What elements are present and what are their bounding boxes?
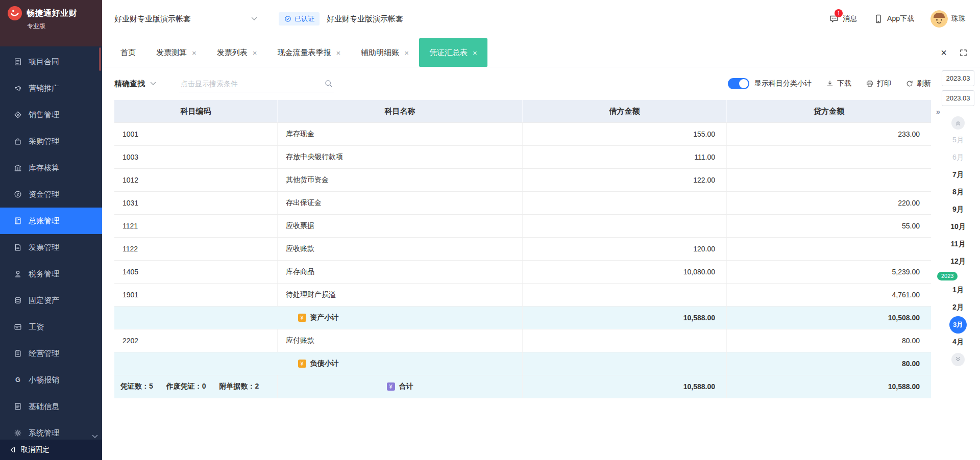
sidebar-item-funds[interactable]: 资金管理	[0, 181, 102, 208]
cell-credit-amount	[727, 238, 931, 260]
tab-close-icon[interactable]: ×	[473, 49, 477, 57]
table-row[interactable]: 1012其他货币资金122.00	[114, 169, 931, 192]
month-item[interactable]: 8月	[938, 184, 978, 201]
sidebar-scroll-down-icon[interactable]	[92, 431, 98, 437]
tab-close-icon[interactable]: ×	[253, 49, 257, 57]
cell-credit-amount: 55.00	[727, 215, 931, 237]
tab-cashflow-quarterly[interactable]: 现金流量表季报×	[267, 38, 351, 67]
sidebar-item-project-contract[interactable]: 项目合同	[0, 48, 102, 75]
tab-invoice-calc[interactable]: 发票测算×	[146, 38, 207, 67]
refresh-button[interactable]: 刷新	[905, 79, 931, 88]
app-download-button[interactable]: App下载	[873, 14, 914, 24]
sidebar-scrollbar-thumb[interactable]	[99, 47, 101, 71]
sidebar-item-label: 销售管理	[29, 110, 59, 120]
table-row[interactable]: 1122应收账款120.00	[114, 238, 931, 261]
account-set-dropdown[interactable]: 好业财专业版演示帐套	[114, 14, 257, 24]
g-icon: G	[13, 375, 22, 385]
sidebar-item-label: 固定资产	[29, 296, 59, 305]
table-footer-row: 凭证数：5 作废凭证：0 附单据数：2 ¥ 合计 10,588.00 10,58…	[114, 375, 931, 398]
sidebar-item-payroll[interactable]: 工资	[0, 314, 102, 340]
sidebar-item-inventory-accounting[interactable]: 库存核算	[0, 155, 102, 181]
subtotal-toggle[interactable]	[728, 78, 749, 89]
sidebar-item-fixed-assets[interactable]: 固定资产	[0, 287, 102, 314]
tab-close-icon[interactable]: ×	[404, 49, 409, 57]
sidebar-item-tax[interactable]: 税务管理	[0, 261, 102, 287]
sidebar-item-invoice[interactable]: 发票管理	[0, 234, 102, 261]
search-input[interactable]	[180, 79, 320, 88]
month-item-label: 6月	[952, 153, 964, 162]
tab-close-icon[interactable]: ×	[192, 49, 197, 57]
table-body: 1001库存现金155.00233.001003存放中央银行款项111.0010…	[114, 123, 931, 375]
month-panel: 2023.03 2023.03 5月6月7月8月9月10月11月12月20231…	[938, 70, 978, 366]
refresh-label: 刷新	[917, 79, 931, 88]
year-badge-row: 2023	[938, 270, 978, 282]
cell-credit-amount: 233.00	[727, 123, 931, 145]
search-mode-dropdown[interactable]: 精确查找	[114, 79, 156, 89]
sidebar-item-label: 税务管理	[29, 269, 59, 279]
footer-credit-total: 10,588.00	[727, 375, 931, 398]
tab-auxiliary-detail[interactable]: 辅助明细账×	[351, 38, 419, 67]
sidebar-item-sales[interactable]: 销售管理	[0, 101, 102, 128]
download-button[interactable]: 下载	[826, 79, 851, 88]
table-row[interactable]: 2202应付账款80.00	[114, 329, 931, 352]
cell-debit-amount	[523, 284, 727, 306]
cell-subject-name: 库存现金	[278, 123, 523, 145]
month-item[interactable]: 10月	[938, 218, 978, 236]
sidebar-item-general-ledger[interactable]: 总账管理	[0, 208, 102, 234]
sidebar-item-label: 采购管理	[29, 137, 59, 146]
table-header-row: 科目编码科目名称借方金额贷方金额	[114, 100, 931, 123]
logo-title: 畅捷通好业财	[27, 8, 77, 19]
table-row[interactable]: 1031存出保证金220.00	[114, 192, 931, 215]
month-item[interactable]: 1月	[938, 282, 978, 299]
sidebar-item-xiaochang-expense[interactable]: G小畅报销	[0, 367, 102, 393]
month-item[interactable]: 12月	[938, 253, 978, 270]
subtotal-label-cell: ¥负债小计	[114, 352, 523, 375]
month-item[interactable]: 4月	[938, 334, 978, 351]
content: 精确查找 显示科目分类小计	[102, 67, 980, 460]
table-row[interactable]: 1901待处理财产损溢4,761.00	[114, 284, 931, 306]
user-menu[interactable]: 珠珠	[930, 10, 966, 28]
messages-button[interactable]: 1 消息	[829, 14, 857, 24]
month-item-label: 11月	[951, 240, 966, 249]
table-row[interactable]: 1001库存现金155.00233.00	[114, 123, 931, 146]
coins-icon	[13, 296, 22, 305]
month-item-label: 3月	[949, 316, 967, 334]
warehouse-icon	[13, 163, 22, 172]
invoice-icon	[13, 243, 22, 252]
cell-subject-code: 1012	[114, 169, 278, 191]
sidebar-item-purchase[interactable]: 采购管理	[0, 128, 102, 155]
tab-voucher-summary[interactable]: 凭证汇总表×	[419, 38, 487, 67]
unpin-sidebar-button[interactable]: 取消固定	[0, 440, 102, 460]
tab-close-icon[interactable]: ×	[336, 49, 341, 57]
month-item[interactable]: 11月	[938, 236, 978, 253]
month-item[interactable]: 9月	[938, 201, 978, 218]
sidebar-item-system[interactable]: 系统管理	[0, 420, 102, 440]
topbar: 好业财专业版演示帐套 已认证 好业财专业版演示帐套 1 消息	[102, 0, 980, 38]
month-item[interactable]: 7月	[938, 166, 978, 184]
total-label: 合计	[399, 382, 413, 391]
tab-invoice-list[interactable]: 发票列表×	[207, 38, 267, 67]
messages-count-badge: 1	[835, 9, 843, 17]
total-icon: ¥	[387, 382, 395, 391]
sidebar-item-label: 小畅报销	[29, 375, 59, 385]
sidebar-item-basic-info[interactable]: 基础信息	[0, 393, 102, 420]
tab-home[interactable]: 首页	[110, 38, 146, 67]
cell-subject-name: 应付账款	[278, 329, 523, 352]
table-row[interactable]: 1121应收票据55.00	[114, 215, 931, 238]
scroll-up-icon[interactable]	[951, 116, 965, 130]
close-all-tabs-icon[interactable]: ×	[941, 47, 947, 58]
sidebar-item-operations[interactable]: 经营管理	[0, 340, 102, 367]
search-icon[interactable]	[324, 79, 333, 88]
fullscreen-icon[interactable]	[959, 48, 968, 57]
account-set-value: 好业财专业版演示帐套	[114, 14, 191, 24]
scroll-down-icon[interactable]	[951, 353, 965, 366]
subtotal-toggle-group: 显示科目分类小计	[728, 78, 812, 89]
table-row[interactable]: 1003存放中央银行款项111.00	[114, 146, 931, 169]
table-row[interactable]: 1405库存商品10,080.005,239.00	[114, 261, 931, 284]
sidebar-item-marketing[interactable]: 营销推广	[0, 75, 102, 101]
month-item[interactable]: 2月	[938, 299, 978, 316]
print-button[interactable]: 打印	[866, 79, 891, 88]
period-from-input[interactable]: 2023.03	[942, 70, 974, 86]
period-to-input[interactable]: 2023.03	[942, 90, 974, 106]
month-item[interactable]: 3月	[938, 316, 978, 334]
